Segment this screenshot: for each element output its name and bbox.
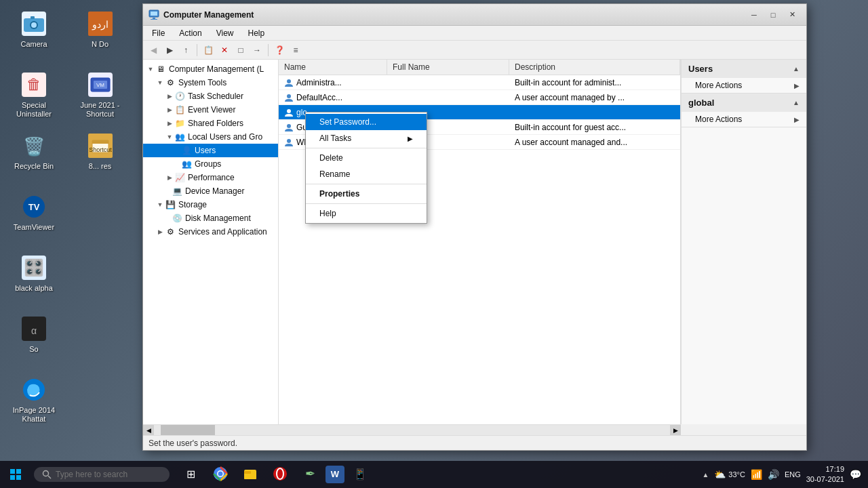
taskbar-opera[interactable] xyxy=(266,461,294,488)
ctx-rename[interactable]: Rename xyxy=(306,166,427,182)
col-fullname[interactable]: Full Name xyxy=(387,60,509,75)
search-input[interactable] xyxy=(56,470,157,479)
scroll-track[interactable] xyxy=(154,425,670,435)
tree-disk-management[interactable]: 💿 Disk Management xyxy=(143,211,278,225)
toolbar-show-hide[interactable]: 📋 xyxy=(201,43,216,58)
ctx-set-password[interactable]: Set Password... xyxy=(306,114,427,130)
desktop-icon-oracle-vm[interactable]: VM June 2021 - Shortcut xyxy=(73,68,127,125)
actions-section-global-header[interactable]: global ▲ xyxy=(682,94,806,112)
search-icon xyxy=(42,470,52,479)
minimize-button[interactable]: ─ xyxy=(745,8,763,22)
horizontal-scrollbar[interactable]: ◀ ▶ xyxy=(143,424,681,435)
taskbar-stylus[interactable]: ✒ xyxy=(296,461,324,488)
desktop-icon-june2021[interactable]: Shortcut 8... res xyxy=(73,129,127,186)
col-name[interactable]: Name xyxy=(279,60,387,75)
tree-root[interactable]: ▼ 🖥 Computer Management (L xyxy=(143,62,278,76)
tree-shared-folders[interactable]: ▶ 📁 Shared Folders xyxy=(143,117,278,130)
ctx-properties[interactable]: Properties xyxy=(306,186,427,202)
desktop-icon-ms-edge[interactable]: InPage 2014 Khattat xyxy=(7,373,61,430)
table-row[interactable]: Administra... Built-in account for admin… xyxy=(279,75,680,90)
svg-rect-23 xyxy=(92,140,108,144)
toolbar: ◀ ▶ ↑ 📋 ✕ □ → ❓ ≡ xyxy=(143,41,806,60)
toolbar-delete[interactable]: ✕ xyxy=(217,43,232,58)
performance-icon: 📈 xyxy=(174,172,185,183)
taskbar-word[interactable]: W xyxy=(326,466,344,483)
actions-section-global-title: global xyxy=(688,98,714,108)
tree-local-users[interactable]: ▼ 👥 Local Users and Gro xyxy=(143,130,278,144)
toolbar-up[interactable]: ↑ xyxy=(178,43,193,58)
desktop-icon-camera[interactable]: Camera xyxy=(7,7,61,64)
taskbar-phone[interactable]: 📱 xyxy=(346,461,374,488)
tree-services[interactable]: ▶ ⚙ Services and Application xyxy=(143,225,278,239)
tree-groups[interactable]: 👥 Groups xyxy=(143,157,278,171)
scroll-left-btn[interactable]: ◀ xyxy=(143,425,154,436)
tree-task-scheduler[interactable]: ▶ 🕐 Task Scheduler xyxy=(143,89,278,103)
actions-section-users-header[interactable]: Users ▲ xyxy=(682,60,806,78)
menu-view[interactable]: View xyxy=(211,27,239,39)
event-viewer-icon: 📋 xyxy=(174,104,185,115)
services-icon: ⚙ xyxy=(165,226,176,237)
more-actions-global[interactable]: More Actions ▶ xyxy=(682,112,806,127)
black-alpha-label: So xyxy=(29,345,38,354)
volume-icon[interactable]: 🔊 xyxy=(768,469,779,480)
ctx-help[interactable]: Help xyxy=(306,205,427,222)
notification-icon[interactable]: 💬 xyxy=(850,469,861,480)
language-indicator[interactable]: ENG xyxy=(785,470,801,479)
desktop-icon-recycle-bin[interactable]: 🗑️ Recycle Bin xyxy=(7,129,61,186)
desktop-icon-inpage[interactable]: اردو N Do xyxy=(73,7,127,64)
network-icon[interactable]: 📶 xyxy=(751,469,762,480)
menu-action[interactable]: Action xyxy=(174,27,207,39)
toolbar-forward[interactable]: ▶ xyxy=(162,43,177,58)
close-button[interactable]: ✕ xyxy=(783,8,801,22)
svg-rect-40 xyxy=(10,469,15,474)
maximize-button[interactable]: □ xyxy=(764,8,782,22)
toolbar-export[interactable]: → xyxy=(250,43,264,58)
clock-date: 30-07-2021 xyxy=(806,474,844,485)
show-hidden-icons[interactable]: ▲ xyxy=(702,471,709,479)
col-description[interactable]: Description xyxy=(509,60,680,75)
more-actions-users[interactable]: More Actions ▶ xyxy=(682,78,806,93)
disk-mgmt-label: Disk Management xyxy=(185,214,251,223)
menu-help[interactable]: Help xyxy=(243,27,271,39)
svg-point-37 xyxy=(287,124,291,128)
desktop-icon-control-panel[interactable]: 🎛️ black alpha xyxy=(7,251,61,308)
actions-panel: Users ▲ More Actions ▶ global ▲ Mo xyxy=(681,60,806,424)
desktop-icon-special-uninstaller[interactable]: 🗑 Special Uninstaller xyxy=(7,68,61,125)
start-button[interactable] xyxy=(0,461,31,488)
taskbar-chrome[interactable] xyxy=(206,461,235,488)
svg-text:اردو: اردو xyxy=(92,19,108,30)
taskbar-search[interactable] xyxy=(34,467,170,482)
tree-system-tools[interactable]: ▼ ⚙ System Tools xyxy=(143,76,278,89)
menu-file[interactable]: File xyxy=(146,27,170,39)
shared-folders-icon: 📁 xyxy=(174,118,185,129)
desktop-icon-teamviewer[interactable]: TV TeamViewer xyxy=(7,190,61,247)
scroll-thumb[interactable] xyxy=(161,425,215,435)
desktop-icon-black-alpha[interactable]: α So xyxy=(7,312,61,369)
task-scheduler-label: Task Scheduler xyxy=(188,92,243,101)
ctx-delete[interactable]: Delete xyxy=(306,150,427,166)
tree-users[interactable]: 👤 Users xyxy=(143,144,278,157)
tree-event-viewer[interactable]: ▶ 📋 Event Viewer xyxy=(143,103,278,117)
row-wd-desc: A user account managed and... xyxy=(509,136,680,148)
weather-widget[interactable]: ⛅ 33°C xyxy=(714,469,745,480)
ctx-all-tasks[interactable]: All Tasks ▶ xyxy=(306,130,427,146)
row-administra-fullname xyxy=(387,81,509,84)
local-users-label: Local Users and Gro xyxy=(188,132,262,142)
tree-device-manager[interactable]: 💻 Device Manager xyxy=(143,184,278,198)
toolbar-view[interactable]: ≡ xyxy=(288,43,303,58)
users-icon: 👤 xyxy=(181,145,192,156)
task-view-button[interactable]: ⊞ xyxy=(176,461,205,488)
table-row[interactable]: DefaultAcc... A user account managed by … xyxy=(279,90,680,105)
toolbar-properties[interactable]: □ xyxy=(233,43,248,58)
tree-performance[interactable]: ▶ 📈 Performance xyxy=(143,171,278,184)
windows-logo-icon xyxy=(9,468,22,481)
tree-storage[interactable]: ▼ 💾 Storage xyxy=(143,198,278,211)
taskbar-file-explorer[interactable] xyxy=(236,461,264,488)
scroll-right-btn[interactable]: ▶ xyxy=(670,425,681,436)
weather-temp: 33°C xyxy=(728,470,745,479)
system-clock[interactable]: 17:19 30-07-2021 xyxy=(806,464,844,485)
toolbar-back[interactable]: ◀ xyxy=(146,43,161,58)
desktop: Camera 🗑 Special Uninstaller 🗑️ Recycle … xyxy=(0,0,868,488)
list-header: Name Full Name Description xyxy=(279,60,680,75)
toolbar-help[interactable]: ❓ xyxy=(272,43,287,58)
